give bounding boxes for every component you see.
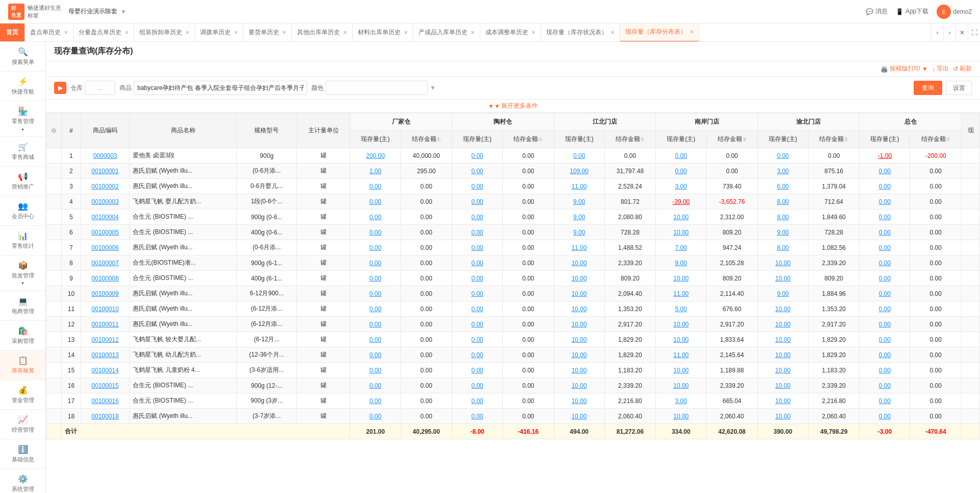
tab-other-out[interactable]: 其他出库单历史 ✕: [292, 24, 353, 42]
tab-next-btn[interactable]: ›: [943, 24, 955, 42]
total-qty-cell[interactable]: -1.00: [860, 148, 910, 163]
jb-qty-cell[interactable]: 10.00: [554, 363, 604, 378]
color-dropdown-icon[interactable]: ▼: [430, 84, 436, 91]
na-qty-cell[interactable]: 10.00: [656, 209, 706, 225]
tab-close-icon[interactable]: ✕: [185, 30, 189, 35]
sidebar-item-wholesale[interactable]: 📦 批发管理 ▼: [0, 255, 45, 291]
total-amt-info-icon[interactable]: ①: [946, 136, 950, 142]
jb-qty-cell[interactable]: 10.00: [554, 255, 604, 271]
yb-qty-cell[interactable]: 8.00: [757, 194, 808, 209]
tab-product-in[interactable]: 产成品入库单历史 ✕: [413, 24, 480, 42]
cf-qty-cell[interactable]: 0.00: [350, 271, 401, 286]
tab-close-icon[interactable]: ✕: [282, 30, 286, 35]
tab-close-icon[interactable]: ✕: [125, 30, 129, 35]
na-qty-cell[interactable]: 7.00: [656, 240, 706, 255]
total-qty-cell[interactable]: 0.00: [860, 301, 910, 317]
col-code-cell[interactable]: 00100006: [81, 240, 129, 255]
tab-transfer[interactable]: 调拨单历史 ✕: [195, 24, 243, 42]
na-qty-cell[interactable]: 10.00: [656, 317, 706, 332]
col-code-cell[interactable]: 00100012: [81, 332, 129, 347]
col-code-cell[interactable]: 00100005: [81, 225, 129, 240]
yb-qty-cell[interactable]: 10.00: [757, 347, 808, 363]
col-code-cell[interactable]: 00100001: [81, 163, 129, 179]
cf-qty-cell[interactable]: 0.00: [350, 409, 401, 424]
na-qty-cell[interactable]: 10.00: [656, 271, 706, 286]
cf-qty-cell[interactable]: 0.00: [350, 317, 401, 332]
na-qty-cell[interactable]: 9.00: [656, 255, 706, 271]
tc-qty-cell[interactable]: 0.00: [452, 194, 503, 209]
na-qty-cell[interactable]: 0.00: [656, 163, 706, 179]
total-qty-cell[interactable]: 0.00: [860, 317, 910, 332]
col-code-cell[interactable]: 00100018: [81, 409, 129, 424]
col-code-cell[interactable]: 00100011: [81, 317, 129, 332]
cf-qty-cell[interactable]: 0.00: [350, 209, 401, 225]
product-input[interactable]: [134, 81, 307, 95]
tab-close-icon[interactable]: ✕: [471, 30, 475, 35]
tc-qty-cell[interactable]: 0.00: [452, 347, 503, 363]
app-download-btn[interactable]: 📱 App下载: [896, 7, 928, 16]
col-code-cell[interactable]: 00100009: [81, 286, 129, 301]
col-settings-header[interactable]: ⚙: [46, 113, 62, 148]
sidebar-item-retail[interactable]: 🏪 零售管理 ▲: [0, 101, 45, 137]
tc-qty-cell[interactable]: 0.00: [452, 148, 503, 163]
tc-qty-cell[interactable]: 0.00: [452, 363, 503, 378]
tab-close-icon[interactable]: ✕: [64, 30, 68, 35]
export-btn[interactable]: ↓ 导出: [932, 64, 949, 73]
yb-qty-cell[interactable]: 3.00: [757, 163, 808, 179]
tab-close-icon[interactable]: ✕: [343, 30, 347, 35]
sidebar-item-search[interactable]: 🔍 搜索英单: [0, 42, 45, 72]
cf-qty-cell[interactable]: 0.00: [350, 393, 401, 409]
na-qty-cell[interactable]: 10.00: [656, 378, 706, 393]
jb-qty-cell[interactable]: 109.00: [554, 163, 604, 179]
col-code-cell[interactable]: 00100013: [81, 347, 129, 363]
jb-qty-cell[interactable]: 10.00: [554, 393, 604, 409]
cf-qty-cell[interactable]: 0.00: [350, 378, 401, 393]
na-amt-info-icon[interactable]: ①: [742, 136, 747, 142]
industry-dropdown-icon[interactable]: ▼: [120, 8, 127, 15]
cf-qty-cell[interactable]: 1.00: [350, 163, 401, 179]
industry-select[interactable]: 母婴行业演示陈套: [68, 7, 117, 16]
jb-qty-cell[interactable]: 10.00: [554, 347, 604, 363]
tc-amt-info-icon[interactable]: ①: [538, 136, 543, 142]
yb-qty-cell[interactable]: 9.00: [757, 286, 808, 301]
na-qty-cell[interactable]: 10.00: [656, 409, 706, 424]
cf-qty-cell[interactable]: 0.00: [350, 363, 401, 378]
na-qty-cell[interactable]: -39.00: [656, 194, 706, 209]
tc-qty-cell[interactable]: 0.00: [452, 286, 503, 301]
tab-close-icon[interactable]: ✕: [234, 30, 238, 35]
tc-qty-cell[interactable]: 0.00: [452, 255, 503, 271]
na-qty-cell[interactable]: 11.00: [656, 286, 706, 301]
jb-qty-cell[interactable]: 10.00: [554, 378, 604, 393]
tab-close-all-btn[interactable]: ✕: [955, 24, 968, 42]
tab-close-icon[interactable]: ✕: [531, 30, 535, 35]
tc-qty-cell[interactable]: 0.00: [452, 317, 503, 332]
total-qty-cell[interactable]: 0.00: [860, 255, 910, 271]
yb-qty-cell[interactable]: 10.00: [757, 301, 808, 317]
cf-qty-cell[interactable]: 0.00: [350, 179, 401, 194]
expand-more-btn[interactable]: ▼▼ 展开更多条件: [488, 102, 538, 110]
sidebar-item-finance[interactable]: 💰 资金管理: [0, 380, 45, 410]
total-qty-cell[interactable]: 0.00: [860, 409, 910, 424]
tc-qty-cell[interactable]: 0.00: [452, 209, 503, 225]
col-code-cell[interactable]: 00100004: [81, 209, 129, 225]
yb-qty-cell[interactable]: 10.00: [757, 363, 808, 378]
sidebar-item-mall[interactable]: 🛒 零售商城: [0, 137, 45, 167]
query-btn[interactable]: 查询: [914, 81, 942, 95]
col-code-cell[interactable]: 00100003: [81, 194, 129, 209]
sidebar-item-system[interactable]: ⚙️ 系统管理: [0, 469, 45, 493]
col-code-cell[interactable]: 0000003: [81, 148, 129, 163]
na-qty-cell[interactable]: 10.00: [656, 332, 706, 347]
total-qty-cell[interactable]: 0.00: [860, 194, 910, 209]
col-code-cell[interactable]: 00100008: [81, 271, 129, 286]
tc-qty-cell[interactable]: 0.00: [452, 393, 503, 409]
total-qty-cell[interactable]: 0.00: [860, 286, 910, 301]
cf-qty-cell[interactable]: 200.00: [350, 148, 401, 163]
tab-split-inventory[interactable]: 分量盘点单历史 ✕: [74, 24, 134, 42]
jb-qty-cell[interactable]: 9.00: [554, 209, 604, 225]
total-qty-cell[interactable]: 0.00: [860, 271, 910, 286]
jb-qty-cell[interactable]: 11.00: [554, 179, 604, 194]
tc-qty-cell[interactable]: 0.00: [452, 332, 503, 347]
print-btn[interactable]: 🖨️ 按模版打印 ▼: [880, 64, 928, 73]
tab-assemble[interactable]: 组装拆卸单历史 ✕: [134, 24, 195, 42]
yb-qty-cell[interactable]: 10.00: [757, 409, 808, 424]
